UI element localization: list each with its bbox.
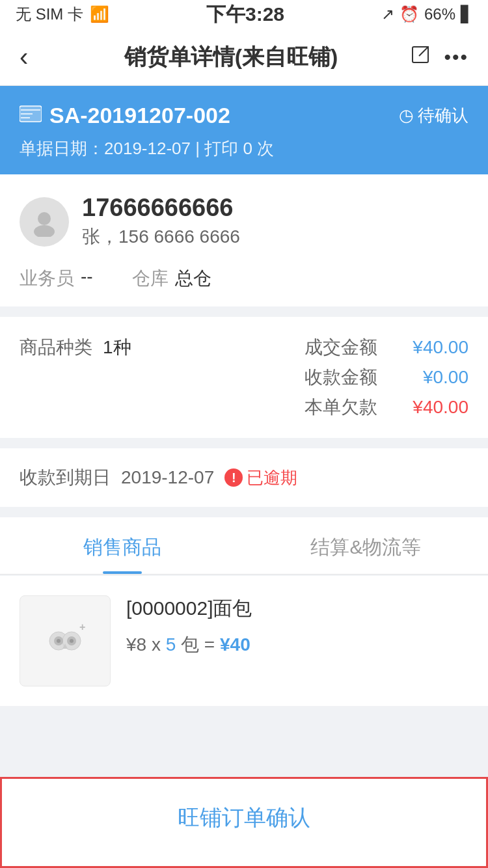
salesperson-value: -- xyxy=(81,266,93,291)
salesperson-meta: 业务员 -- xyxy=(20,266,93,291)
product-image: + xyxy=(20,595,111,686)
more-icon[interactable]: ••• xyxy=(444,46,468,68)
due-date-value: 2019-12-07 xyxy=(121,467,214,488)
svg-point-8 xyxy=(57,639,61,643)
product-multiply: x xyxy=(152,634,166,655)
wifi-icon: 📶 xyxy=(90,5,109,23)
salesperson-label: 业务员 xyxy=(20,266,74,291)
amount-summary: 成交金额 ¥40.00 收款金额 ¥0.00 本单欠款 ¥40.00 xyxy=(305,335,468,420)
due-date-card: 收款到期日 2019-12-07 ! 已逾期 xyxy=(0,448,488,507)
confirm-order-button[interactable]: 旺铺订单确认 xyxy=(21,789,467,847)
product-thumbnail: + xyxy=(39,621,91,660)
battery-icon: ▋ xyxy=(461,5,472,23)
customer-details: 17666666666 张，156 6666 6666 xyxy=(82,194,240,249)
overdue-badge: ! 已逾期 xyxy=(224,467,297,489)
product-equals: = xyxy=(204,634,220,655)
back-button[interactable]: ‹ xyxy=(20,42,59,72)
svg-text:+: + xyxy=(79,621,85,632)
owed-amount-value: ¥40.00 xyxy=(390,397,468,418)
warehouse-meta: 仓库 总仓 xyxy=(132,266,211,291)
warehouse-label: 仓库 xyxy=(132,266,169,291)
product-list: + [0000002]面包 ¥8 x 5 包 = ¥40 xyxy=(0,576,488,706)
tabs-container: 销售商品 结算&物流等 xyxy=(0,517,488,575)
status-bar-left: 无 SIM 卡 📶 xyxy=(16,4,109,25)
share-icon[interactable] xyxy=(410,44,431,71)
order-date: 单据日期：2019-12-07 | 打印 0 次 xyxy=(20,137,468,160)
deal-amount-label: 成交金额 xyxy=(305,335,377,360)
svg-point-9 xyxy=(70,639,74,643)
tab-settlement[interactable]: 结算&物流等 xyxy=(244,517,488,574)
product-unit: 包 xyxy=(181,634,199,655)
order-header: SA-20191207-002 ◷ 待确认 单据日期：2019-12-07 | … xyxy=(0,86,488,174)
nav-bar: ‹ 销货单详情(来自旺铺) ••• xyxy=(0,29,488,86)
product-name: [0000002]面包 xyxy=(126,595,468,622)
order-status: ◷ 待确认 xyxy=(399,104,468,127)
alarm-icon: ⏰ xyxy=(400,5,419,23)
avatar xyxy=(20,197,69,247)
svg-point-2 xyxy=(38,212,51,225)
pay-amount-row: 收款金额 ¥0.00 xyxy=(305,365,468,390)
owed-amount-row: 本单欠款 ¥40.00 xyxy=(305,395,468,420)
product-price-row: ¥8 x 5 包 = ¥40 xyxy=(126,632,468,657)
battery-text: 66% xyxy=(424,5,455,23)
product-unit-price: ¥8 xyxy=(126,634,146,655)
customer-info: 17666666666 张，156 6666 6666 xyxy=(20,194,468,249)
warehouse-value: 总仓 xyxy=(175,266,211,291)
order-number: SA-20191207-002 xyxy=(20,103,230,128)
overdue-dot-icon: ! xyxy=(224,468,243,487)
order-icon xyxy=(20,103,42,128)
overdue-text: 已逾期 xyxy=(247,467,297,489)
product-total: ¥40 xyxy=(220,634,251,655)
status-bar-right: ↗ ⏰ 66% ▋ xyxy=(381,5,472,23)
status-clock-icon: ◷ xyxy=(399,105,414,126)
product-type: 商品种类 1种 xyxy=(20,335,305,360)
product-info: [0000002]面包 ¥8 x 5 包 = ¥40 xyxy=(126,595,468,657)
confirm-btn-container: 旺铺订单确认 xyxy=(0,777,488,868)
customer-meta: 业务员 -- 仓库 总仓 xyxy=(20,260,468,291)
page-title: 销货单详情(来自旺铺) xyxy=(59,42,403,72)
product-item: + [0000002]面包 ¥8 x 5 包 = ¥40 xyxy=(20,595,468,686)
status-bar-time: 下午3:28 xyxy=(206,1,284,28)
owed-amount-label: 本单欠款 xyxy=(305,395,377,420)
pay-amount-label: 收款金额 xyxy=(305,365,377,390)
due-date-label: 收款到期日 xyxy=(20,465,111,490)
customer-phone: 17666666666 xyxy=(82,194,240,222)
svg-point-3 xyxy=(34,225,55,237)
customer-card: 17666666666 张，156 6666 6666 业务员 -- 仓库 总仓 xyxy=(0,174,488,306)
no-sim-text: 无 SIM 卡 xyxy=(16,4,83,25)
pay-amount-value: ¥0.00 xyxy=(390,367,468,388)
nav-actions: ••• xyxy=(403,44,468,71)
product-qty: 5 xyxy=(166,634,176,655)
deal-amount-value: ¥40.00 xyxy=(390,337,468,358)
customer-name: 张，156 6666 6666 xyxy=(82,224,240,249)
deal-amount-row: 成交金额 ¥40.00 xyxy=(305,335,468,360)
location-icon: ↗ xyxy=(381,5,394,23)
summary-card: 商品种类 1种 成交金额 ¥40.00 收款金额 ¥0.00 本单欠款 ¥40.… xyxy=(0,317,488,438)
order-header-top: SA-20191207-002 ◷ 待确认 xyxy=(20,103,468,128)
status-bar: 无 SIM 卡 📶 下午3:28 ↗ ⏰ 66% ▋ xyxy=(0,0,488,29)
tab-products[interactable]: 销售商品 xyxy=(0,517,244,574)
